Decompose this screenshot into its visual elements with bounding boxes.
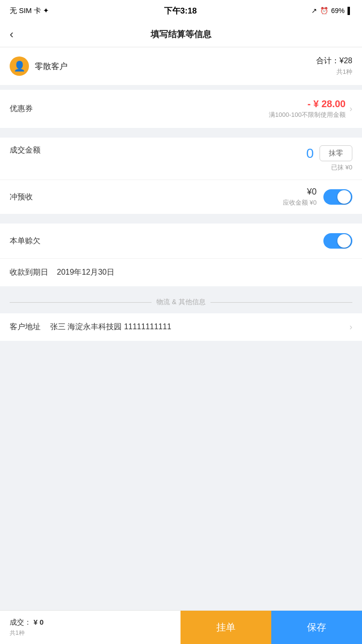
status-left: 无 SIM 卡 ✦ — [10, 6, 49, 15]
customer-count: 共1种 — [316, 68, 352, 76]
header-line-right — [210, 302, 352, 303]
bottom-count: 共1种 — [10, 629, 171, 637]
toggle-knob — [337, 190, 351, 204]
coupon-text-block: - ¥ 28.00 满1000-100不限制使用金额 — [269, 98, 346, 119]
prepay-toggle[interactable] — [323, 189, 352, 205]
due-date-title: 收款到期日 — [10, 268, 48, 276]
transaction-right: 0 抹零 已抹 ¥0 — [306, 145, 352, 172]
customer-total: 合计：¥28 — [316, 56, 352, 66]
bottom-info: 成交： ¥ 0 共1种 — [0, 618, 181, 637]
debt-row: 本单赊欠 — [0, 224, 362, 258]
bottom-deal-amount: ¥ 0 — [33, 618, 43, 626]
debt-toggle[interactable] — [323, 233, 352, 249]
due-date-value: 2019年12月30日 — [57, 268, 114, 276]
transaction-value: 0 — [306, 146, 314, 161]
coupon-right: - ¥ 28.00 满1000-100不限制使用金额 › — [269, 98, 352, 119]
location-icon: ↗ — [311, 7, 317, 14]
address-row[interactable]: 客户地址 张三 海淀永丰科技园 11111111111 › — [0, 313, 362, 341]
debt-toggle-knob — [337, 234, 351, 248]
save-button[interactable]: 保存 — [271, 611, 362, 644]
roundoff-button[interactable]: 抹零 — [320, 145, 352, 161]
nav-bar: ‹ 填写结算等信息 — [0, 21, 362, 47]
status-time: 下午3:18 — [164, 5, 197, 16]
address-value: 张三 海淀永丰科技园 11111111111 — [50, 322, 340, 332]
debt-section: 本单赊欠 收款到期日 2019年12月30日 — [0, 224, 362, 286]
bottom-deal-row: 成交： ¥ 0 — [10, 618, 171, 627]
coupon-subtext: 满1000-100不限制使用金额 — [269, 111, 346, 119]
bottom-bar: 成交： ¥ 0 共1种 挂单 保存 — [0, 610, 362, 644]
prepay-amount: ¥0 — [283, 187, 317, 197]
address-chevron-icon: › — [349, 322, 352, 332]
battery-icon: ▌ — [348, 7, 352, 14]
transaction-section: 成交金额 0 抹零 已抹 ¥0 冲预收 ¥0 应收金额 ¥0 — [0, 138, 362, 214]
header-line-left — [10, 302, 152, 303]
customer-name: 零散客户 — [35, 61, 68, 72]
logistics-header: 物流 & 其他信息 — [0, 291, 362, 313]
customer-info-left: 👤 零散客户 — [10, 56, 68, 76]
page-title: 填写结算等信息 — [151, 28, 211, 40]
coupon-chevron-icon: › — [349, 104, 352, 114]
already-zero-text: 已抹 ¥0 — [306, 163, 352, 172]
customer-section: 👤 零散客户 合计：¥28 共1种 — [0, 47, 362, 85]
status-bar: 无 SIM 卡 ✦ 下午3:18 ↗ ⏰ 69% ▌ — [0, 0, 362, 21]
due-date-label: 收款到期日 2019年12月30日 — [10, 268, 114, 276]
back-button[interactable]: ‹ — [10, 28, 14, 41]
address-label: 客户地址 — [10, 322, 41, 332]
due-date-row: 收款到期日 2019年12月30日 — [0, 258, 362, 286]
coupon-section[interactable]: 优惠券 - ¥ 28.00 满1000-100不限制使用金额 › — [0, 90, 362, 128]
prepay-values: ¥0 应收金额 ¥0 — [283, 187, 317, 207]
debt-label: 本单赊欠 — [10, 236, 41, 246]
coupon-label: 优惠券 — [10, 104, 33, 114]
transaction-row: 成交金额 0 抹零 已抹 ¥0 — [0, 138, 362, 180]
logistics-label: 物流 & 其他信息 — [156, 298, 205, 307]
address-section[interactable]: 客户地址 张三 海淀永丰科技园 11111111111 › — [0, 313, 362, 341]
prepay-sub: 应收金额 ¥0 — [283, 198, 317, 207]
divider-2 — [0, 219, 362, 224]
status-right: ↗ ⏰ 69% ▌ — [311, 7, 352, 14]
sim-status: 无 SIM 卡 ✦ — [10, 6, 49, 15]
avatar-icon: 👤 — [14, 60, 26, 72]
divider-1 — [0, 133, 362, 138]
bottom-deal-label: 成交： — [10, 618, 31, 626]
customer-summary: 合计：¥28 共1种 — [316, 56, 352, 76]
coupon-discount: - ¥ 28.00 — [269, 98, 346, 110]
customer-avatar: 👤 — [10, 56, 29, 76]
customer-row: 👤 零散客户 合计：¥28 共1种 — [0, 47, 362, 85]
prepay-row: 冲预收 ¥0 应收金额 ¥0 — [0, 180, 362, 214]
prepay-label: 冲预收 — [10, 192, 33, 202]
prepay-right: ¥0 应收金额 ¥0 — [283, 187, 352, 207]
bottom-spacer — [0, 346, 362, 384]
coupon-row[interactable]: 优惠券 - ¥ 28.00 满1000-100不限制使用金额 › — [0, 90, 362, 128]
battery-level: 69% — [331, 7, 345, 14]
transaction-label: 成交金额 — [10, 145, 41, 155]
alarm-icon: ⏰ — [320, 7, 328, 14]
hold-button[interactable]: 挂单 — [181, 611, 271, 644]
